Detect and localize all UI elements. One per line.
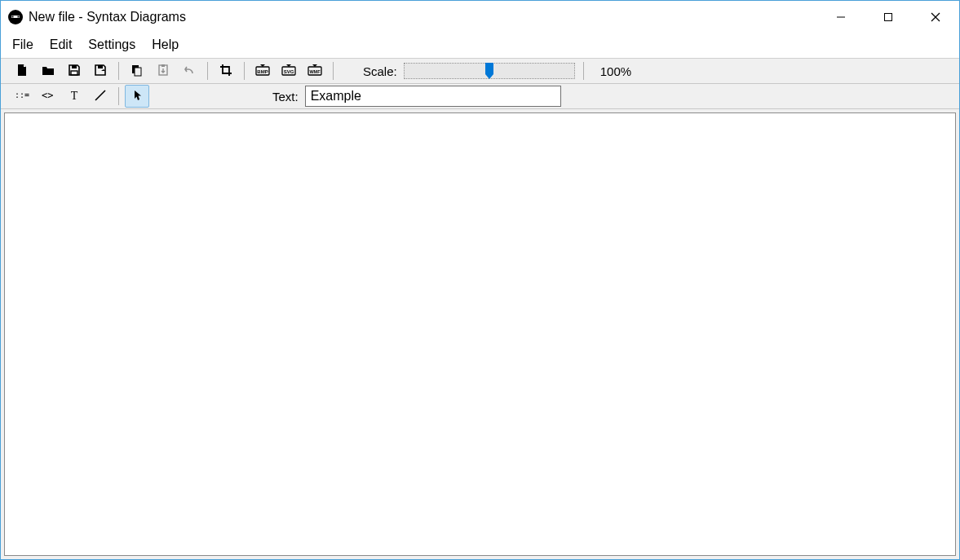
- crop-button[interactable]: [214, 60, 238, 82]
- export-wmf-button[interactable]: WMF: [303, 60, 327, 82]
- paste-icon: [157, 64, 170, 79]
- copy-button[interactable]: [125, 60, 149, 82]
- reference-tool-icon: <>: [41, 90, 55, 104]
- tools-toolbar: ::= <> T Text:: [1, 84, 959, 109]
- svg-text:<>: <>: [42, 90, 53, 101]
- svg-text:SVG: SVG: [284, 69, 294, 74]
- svg-rect-8: [72, 65, 77, 68]
- toolbar-separator: [118, 62, 119, 80]
- svg-text:T: T: [71, 90, 78, 102]
- definition-tool-icon: ::=: [15, 90, 29, 104]
- slider-thumb-icon: [484, 63, 494, 81]
- svg-rect-5: [885, 14, 892, 21]
- open-folder-icon: [42, 64, 55, 79]
- export-bmp-button[interactable]: BMP: [250, 60, 275, 82]
- crop-icon: [219, 64, 232, 79]
- text-tool-icon: T: [68, 89, 81, 104]
- new-file-button[interactable]: [10, 60, 34, 82]
- definition-tool-button[interactable]: ::=: [10, 85, 34, 108]
- window-title: New file - Syntax Diagrams: [29, 10, 186, 24]
- pointer-tool-icon: [131, 89, 144, 104]
- toolbar-separator: [583, 62, 584, 80]
- close-button[interactable]: [912, 1, 959, 33]
- menu-edit[interactable]: Edit: [43, 36, 79, 54]
- scale-label: Scale:: [338, 64, 404, 78]
- new-file-icon: [15, 64, 29, 79]
- minimize-button[interactable]: [817, 1, 865, 33]
- line-tool-icon: [94, 89, 107, 104]
- app-window: New file - Syntax Diagrams File Edit Set…: [0, 0, 960, 560]
- menu-settings[interactable]: Settings: [82, 36, 142, 54]
- pointer-tool-button[interactable]: [125, 85, 149, 108]
- canvas-container: [1, 109, 959, 559]
- scale-value: 100%: [589, 64, 631, 78]
- text-input-label: Text:: [150, 90, 305, 104]
- svg-text:BMP: BMP: [257, 69, 268, 74]
- svg-line-24: [95, 90, 105, 100]
- export-svg-button[interactable]: SVG: [276, 60, 301, 82]
- export-wmf-icon: WMF: [307, 64, 322, 79]
- text-tool-button[interactable]: T: [62, 85, 86, 108]
- save-as-button[interactable]: [88, 60, 113, 82]
- menu-help[interactable]: Help: [145, 36, 185, 54]
- scale-slider[interactable]: [404, 63, 575, 79]
- menu-file[interactable]: File: [6, 36, 40, 54]
- export-bmp-icon: BMP: [255, 64, 270, 79]
- copy-icon: [131, 64, 144, 79]
- svg-rect-12: [135, 68, 141, 76]
- menubar: File Edit Settings Help: [1, 33, 959, 59]
- svg-text:WMF: WMF: [309, 69, 321, 74]
- text-input[interactable]: [305, 86, 561, 107]
- undo-icon: [183, 64, 196, 79]
- svg-rect-10: [98, 65, 103, 68]
- svg-rect-2: [12, 16, 14, 18]
- open-file-button[interactable]: [36, 60, 60, 82]
- svg-text:::=: ::=: [15, 90, 29, 99]
- titlebar: New file - Syntax Diagrams: [1, 1, 959, 33]
- svg-rect-3: [18, 16, 20, 18]
- line-tool-button[interactable]: [88, 85, 113, 108]
- save-icon: [68, 64, 81, 79]
- main-toolbar: BMP SVG WMF Scale: 100%: [1, 59, 959, 84]
- app-icon: [7, 9, 24, 25]
- paste-button[interactable]: [151, 60, 175, 82]
- maximize-button[interactable]: [865, 1, 912, 33]
- reference-tool-button[interactable]: <>: [36, 85, 60, 108]
- diagram-canvas[interactable]: [4, 112, 956, 556]
- toolbar-separator: [244, 62, 245, 80]
- toolbar-separator: [333, 62, 334, 80]
- save-as-icon: [94, 64, 107, 79]
- export-svg-icon: SVG: [281, 64, 296, 79]
- svg-rect-14: [161, 64, 165, 67]
- undo-button[interactable]: [177, 60, 201, 82]
- save-button[interactable]: [62, 60, 86, 82]
- toolbar-separator: [207, 62, 208, 80]
- toolbar-separator: [118, 87, 119, 105]
